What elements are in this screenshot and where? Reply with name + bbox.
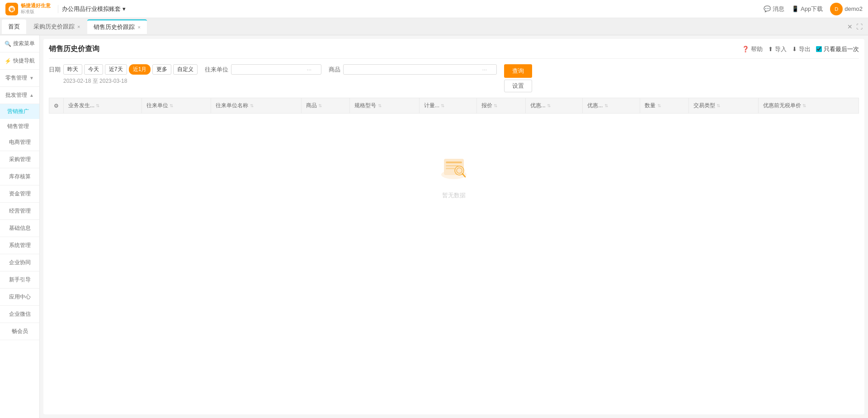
sidebar-subitem-sales-mgmt[interactable]: 销售管理 [0, 119, 39, 134]
close-purchase-tab-icon[interactable]: × [77, 24, 80, 29]
sales-mgmt-label: 销售管理 [7, 123, 29, 129]
sidebar-item-apps[interactable]: 应用中心 [0, 289, 39, 306]
sidebar-subitem-marketing[interactable]: 营销推广 [0, 104, 39, 119]
sidebar-item-search[interactable]: 🔍 搜索菜单 [0, 35, 39, 52]
wholesale-arrow-icon: ▲ [29, 93, 34, 98]
sidebar-item-operations[interactable]: 经营管理 [0, 203, 39, 220]
sort-quote-icon: ⇅ [494, 103, 497, 108]
sidebar-item-enterprise[interactable]: 企业协同 [0, 254, 39, 271]
purchase-tab-label: 采购历史价跟踪 [33, 23, 75, 31]
sidebar-item-basic[interactable]: 基础信息 [0, 220, 39, 237]
sidebar-item-system[interactable]: 系统管理 [0, 237, 39, 254]
sidebar-wholesale-label: 批发管理 [5, 91, 27, 99]
import-icon: ⬆ [768, 46, 773, 52]
logo-subtext: 标准版 [21, 9, 51, 15]
finance-label: 资金管理 [9, 190, 31, 198]
product-input[interactable] [346, 66, 482, 73]
tab-purchase[interactable]: 采购历史价跟踪 × [27, 19, 86, 34]
col-partner-name[interactable]: 往来单位名称 ⇅ [211, 98, 301, 114]
message-btn[interactable]: 💬 消息 [764, 5, 784, 13]
sort-business-date-icon: ⇅ [96, 103, 99, 108]
sidebar-item-newbie[interactable]: 新手引导 [0, 271, 39, 289]
help-label: 帮助 [751, 45, 763, 53]
only-last-label: 只看最后一次 [824, 45, 859, 53]
query-btn[interactable]: 查询 [504, 64, 532, 78]
export-btn[interactable]: ⬇ 导出 [792, 45, 811, 53]
col-business-date[interactable]: 业务发生... ⇅ [64, 98, 142, 114]
enterprise-label: 企业协同 [9, 259, 31, 266]
sales-tab-label: 销售历史价跟踪 [94, 23, 135, 31]
import-btn[interactable]: ⬆ 导入 [768, 45, 787, 53]
search-icon: 🔍 [5, 41, 11, 47]
sidebar-item-inventory[interactable]: 库存核算 [0, 168, 39, 185]
help-icon: ❓ [742, 46, 749, 52]
col-unit[interactable]: 计量... ⇅ [420, 98, 477, 114]
product-dots-icon: ··· [482, 66, 487, 73]
settings-btn[interactable]: 设置 [504, 80, 532, 92]
sidebar-item-purchase[interactable]: 采购管理 [0, 151, 39, 168]
app-download-btn[interactable]: 📱 App下载 [792, 5, 823, 13]
sidebar-item-ecommerce[interactable]: 电商管理 [0, 134, 39, 151]
col-no-tax-price[interactable]: 优惠前无税单价 ⇅ [758, 98, 859, 114]
col-quantity[interactable]: 数量 ⇅ [640, 98, 689, 114]
sidebar-retail-label: 零售管理 [5, 74, 27, 82]
date-btn-1month[interactable]: 近1月 [129, 64, 151, 75]
header-left: 畅 畅捷通好生意 标准版 办公用品行业模拟账套 ▾ [5, 3, 129, 15]
sidebar-item-wechat[interactable]: 企业微信 [0, 306, 39, 323]
tab-home[interactable]: 首页 [2, 19, 26, 34]
date-btn-today[interactable]: 今天 [84, 64, 103, 75]
col-discount2[interactable]: 优惠... ⇅ [583, 98, 640, 114]
sort-discount2-icon: ⇅ [604, 103, 608, 108]
main-layout: 🔍 搜索菜单 ⚡ 快捷导航 零售管理 ▼ 批发管理 ▲ 营销推广 销售管理 电商… [0, 35, 868, 418]
wechat-label: 企业微信 [9, 310, 31, 318]
maximize-btn[interactable]: ⛶ [856, 23, 863, 30]
sidebar-item-finance[interactable]: 资金管理 [0, 185, 39, 203]
col-settings[interactable]: ⚙ [49, 98, 64, 114]
home-tab-label: 首页 [8, 23, 20, 31]
col-business-date-label: 业务发生... [68, 102, 94, 109]
apps-label: 应用中心 [9, 293, 31, 301]
partner-filter-group: 往来单位 ··· [205, 64, 321, 75]
col-spec-label: 规格型号 [354, 102, 376, 109]
col-quote[interactable]: 报价 ⇅ [476, 98, 525, 114]
sidebar-item-retail[interactable]: 零售管理 ▼ [0, 70, 39, 87]
help-btn[interactable]: ❓ 帮助 [742, 45, 763, 53]
export-label: 导出 [799, 45, 811, 53]
partner-input[interactable] [234, 66, 307, 73]
user-area[interactable]: D demo2 [830, 3, 863, 15]
sidebar-item-wholesale[interactable]: 批发管理 ▲ [0, 87, 39, 104]
sidebar: 🔍 搜索菜单 ⚡ 快捷导航 零售管理 ▼ 批发管理 ▲ 营销推广 销售管理 电商… [0, 35, 40, 418]
sidebar-item-member[interactable]: 畅会员 [0, 323, 39, 340]
col-trade-type[interactable]: 交易类型 ⇅ [689, 98, 758, 114]
date-btn-custom[interactable]: 自定义 [173, 64, 198, 75]
tab-bar: 首页 采购历史价跟踪 × 销售历史价跟踪 × ✕ ⛶ [0, 18, 868, 35]
tab-sales[interactable]: 销售历史价跟踪 × [87, 19, 146, 34]
close-all-tabs-btn[interactable]: ✕ [847, 23, 853, 30]
col-quantity-label: 数量 [645, 102, 656, 109]
sort-partner-name-icon: ⇅ [250, 103, 254, 108]
only-last-checkbox-area[interactable]: 只看最后一次 [816, 45, 859, 53]
date-btn-yesterday[interactable]: 昨天 [63, 64, 82, 75]
product-filter-group: 商品 ··· [329, 64, 497, 75]
close-sales-tab-icon[interactable]: × [137, 24, 140, 30]
col-partner-code[interactable]: 往来单位 ⇅ [142, 98, 211, 114]
top-header: 畅 畅捷通好生意 标准版 办公用品行业模拟账套 ▾ 💬 消息 📱 App下载 D… [0, 0, 868, 18]
logo-icon: 畅 [5, 3, 18, 15]
date-btn-7days[interactable]: 近7天 [105, 64, 127, 75]
date-btn-more[interactable]: 更多 [152, 64, 171, 75]
sort-partner-code-icon: ⇅ [170, 103, 173, 108]
col-spec[interactable]: 规格型号 ⇅ [350, 98, 420, 114]
col-product[interactable]: 商品 ⇅ [301, 98, 350, 114]
only-last-checkbox[interactable] [816, 46, 822, 52]
workspace-selector[interactable]: 办公用品行业模拟账套 ▾ [58, 5, 129, 13]
table-header: ⚙ 业务发生... ⇅ 往来单位 ⇅ 往来单位名称 [49, 98, 859, 114]
sort-spec-icon: ⇅ [378, 103, 382, 108]
col-no-tax-price-label: 优惠前无税单价 [763, 102, 801, 109]
col-discount1[interactable]: 优惠... ⇅ [525, 98, 583, 114]
app-download-label: App下载 [801, 5, 823, 13]
sort-unit-icon: ⇅ [441, 103, 444, 108]
col-discount1-label: 优惠... [530, 102, 546, 109]
col-partner-code-label: 往来单位 [146, 102, 168, 109]
sidebar-item-quick[interactable]: ⚡ 快捷导航 [0, 52, 39, 70]
quick-nav-icon: ⚡ [5, 58, 11, 64]
